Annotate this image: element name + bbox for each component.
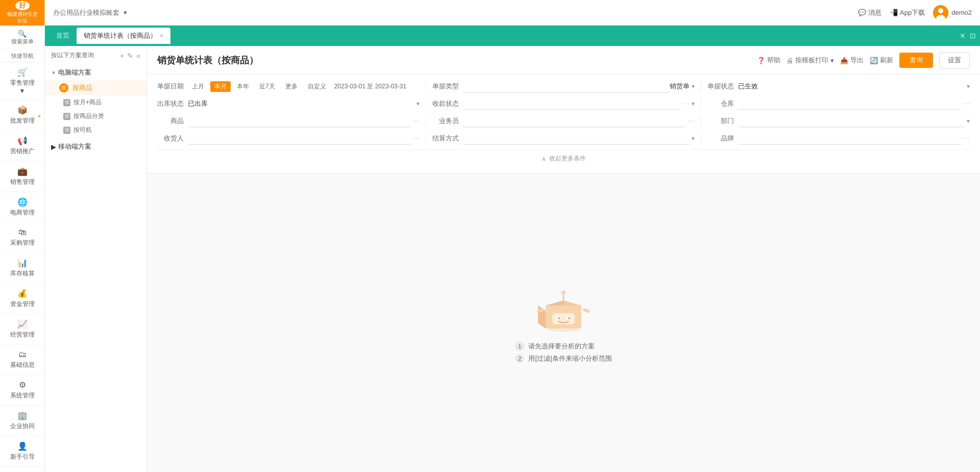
goods-input[interactable]: [188, 115, 411, 127]
sidebar-item-wholesale[interactable]: 📦 批发管理: [0, 100, 44, 131]
tab-home-label: 首页: [56, 31, 69, 40]
sidebar-item-purchase[interactable]: 🛍 采购管理: [0, 223, 44, 253]
edit-scheme-btn[interactable]: ✎: [127, 52, 133, 60]
inventory-label: 库存核算: [10, 269, 35, 278]
sidebar-item-operation[interactable]: 📈 经营管理: [0, 314, 44, 345]
search-label: 搜索菜单: [3, 38, 41, 45]
sidebar-item-sales[interactable]: 💼 销售管理: [0, 161, 44, 192]
doc-type-input[interactable]: [463, 80, 670, 92]
search-menu-btn[interactable]: 🔍 搜索菜单: [0, 26, 44, 50]
receipt-status-dots[interactable]: ···: [683, 99, 690, 108]
brand-input[interactable]: [738, 132, 961, 145]
sidebar-item-marketing[interactable]: 📢 营销推广: [0, 131, 44, 161]
app-download-btn[interactable]: 📲 App下载: [890, 8, 925, 17]
tab-close-all-icon[interactable]: ✕: [960, 32, 966, 40]
pc-group-arrow: ▼: [51, 70, 56, 76]
finance-icon: 💰: [17, 289, 28, 298]
collapse-panel-btn[interactable]: «: [136, 52, 140, 60]
payment-chevron[interactable]: ▾: [692, 135, 695, 142]
receipt-status-input[interactable]: [463, 98, 681, 110]
tip-num-2: 2: [515, 354, 524, 363]
warehouse-input[interactable]: [738, 98, 961, 110]
out-status-chevron[interactable]: ▾: [416, 100, 420, 107]
svg-rect-8: [546, 305, 581, 311]
doc-status-label: 单据状态: [707, 82, 738, 91]
tab-active[interactable]: 销货单统计表（按商品） ×: [77, 28, 170, 44]
tab-close-icon[interactable]: ×: [160, 32, 163, 39]
message-label: 消息: [868, 8, 881, 17]
salesperson-input[interactable]: [463, 115, 686, 127]
user-profile-btn[interactable]: demo2: [933, 5, 972, 20]
brand-dots[interactable]: ···: [963, 134, 970, 143]
recipient-input[interactable]: [188, 132, 411, 145]
recipient-dots[interactable]: ···: [413, 134, 420, 143]
7days-tab[interactable]: 近7天: [255, 81, 279, 92]
print-btn[interactable]: 🖨 按模板打印 ▾: [787, 56, 834, 65]
top-bar: 办公用品行业模拟账套 ▾ 💬 消息 📲 App下载 de: [45, 0, 980, 26]
settings-button[interactable]: 设置: [939, 52, 970, 68]
export-btn[interactable]: 📤 导出: [840, 56, 864, 65]
industry-selector[interactable]: 办公用品行业模拟账套 ▾: [53, 8, 127, 17]
collapse-filter-btn[interactable]: ∧ 收起更多条件: [157, 150, 970, 167]
doc-status-chevron[interactable]: ▾: [967, 83, 970, 90]
left-panel: 按以下方案查询 + ✎ « ▼ 电脑端方案 按 按商品 按: [45, 46, 147, 472]
goods-label: 商品: [157, 116, 188, 126]
prev-month-tab[interactable]: 上月: [188, 81, 208, 92]
sidebar-item-system[interactable]: ⚙ 系统管理: [0, 375, 44, 406]
help-btn[interactable]: ❓ 帮助: [757, 56, 780, 65]
refresh-btn[interactable]: 🔄 刷新: [870, 56, 893, 65]
sidebar-item-basic[interactable]: 🗂 基础信息: [0, 345, 44, 375]
empty-svg: [533, 282, 594, 334]
receipt-status-chevron[interactable]: ▾: [692, 100, 695, 107]
message-icon: 💬: [858, 9, 866, 16]
dept-input[interactable]: [738, 115, 965, 127]
curr-year-tab[interactable]: 本年: [233, 81, 253, 92]
collapse-icon: ∧: [542, 155, 546, 162]
scheme-sub-category[interactable]: 按 按商品分类: [45, 109, 146, 123]
page-title: 销货单统计表（按商品）: [157, 54, 258, 66]
scheme-sub-month-goods[interactable]: 按 按月+商品: [45, 96, 146, 109]
custom-tab[interactable]: 自定义: [304, 81, 330, 92]
scheme-sub-label-1: 按月+商品: [74, 98, 102, 107]
query-button[interactable]: 查询: [899, 53, 933, 68]
print-label: 按模板打印: [795, 56, 828, 65]
filter-area: 单据日期 上月 本月 本年 近7天 更多 自定义 2023-03-01 至 20…: [147, 74, 980, 174]
message-btn[interactable]: 💬 消息: [858, 8, 881, 17]
payment-label: 结算方式: [432, 134, 463, 143]
date-range-display: 2023-03-01 至 2023-03-31: [334, 82, 406, 91]
goods-dots[interactable]: ···: [413, 116, 420, 126]
add-scheme-btn[interactable]: +: [120, 52, 124, 60]
salesperson-dots[interactable]: ···: [688, 116, 695, 126]
dept-chevron[interactable]: ▾: [967, 117, 970, 125]
tab-maximize-icon[interactable]: ⊡: [970, 32, 976, 40]
sidebar-item-appcenter[interactable]: 📱 应用中心: [0, 467, 44, 472]
brand-label: 品牌: [707, 134, 738, 143]
print-dropdown-icon: ▾: [830, 57, 834, 64]
quick-nav-btn[interactable]: 快捷导航: [0, 50, 44, 62]
payment-input[interactable]: [463, 132, 690, 145]
curr-month-tab[interactable]: 本月: [210, 81, 231, 92]
sidebar-item-enterprise[interactable]: 🏢 企业协同: [0, 406, 44, 436]
scheme-item-goods[interactable]: 按 按商品: [45, 80, 146, 96]
more-tab[interactable]: 更多: [281, 81, 302, 92]
logo-icon: 好: [15, 1, 30, 10]
sidebar-item-ecom[interactable]: 🌐 电商管理: [0, 192, 44, 223]
sidebar-item-finance[interactable]: 💰 资金管理: [0, 284, 44, 314]
sidebar-item-newuser[interactable]: 👤 新手引导: [0, 436, 44, 467]
tab-home[interactable]: 首页: [49, 28, 77, 44]
sidebar-item-retail[interactable]: 🛒 零售管理: [0, 62, 44, 100]
empty-state: 1 请先选择要分析的方案 2 用[过滤]条件来缩小分析范围: [515, 282, 611, 363]
help-icon: ❓: [757, 57, 765, 64]
svg-point-12: [558, 317, 560, 319]
pc-group-toggle[interactable]: ▼ 电脑端方案: [45, 65, 146, 80]
warehouse-dots[interactable]: ···: [963, 99, 970, 108]
sidebar: 好 畅捷通好生意 标版 🔍 搜索菜单 快捷导航 🛒 零售管理 📦 批发管理 📢 …: [0, 0, 45, 472]
svg-point-13: [568, 317, 570, 319]
print-icon: 🖨: [787, 57, 793, 64]
mobile-group-toggle[interactable]: ▶ 移动端方案: [45, 139, 146, 154]
page-body: 按以下方案查询 + ✎ « ▼ 电脑端方案 按 按商品 按: [45, 46, 980, 472]
sidebar-item-inventory[interactable]: 📊 库存核算: [0, 253, 44, 284]
scheme-sub-driver[interactable]: 按 按司机: [45, 123, 146, 137]
doc-type-chevron[interactable]: ▾: [692, 83, 695, 90]
doc-type-label: 单据类型: [432, 82, 463, 91]
